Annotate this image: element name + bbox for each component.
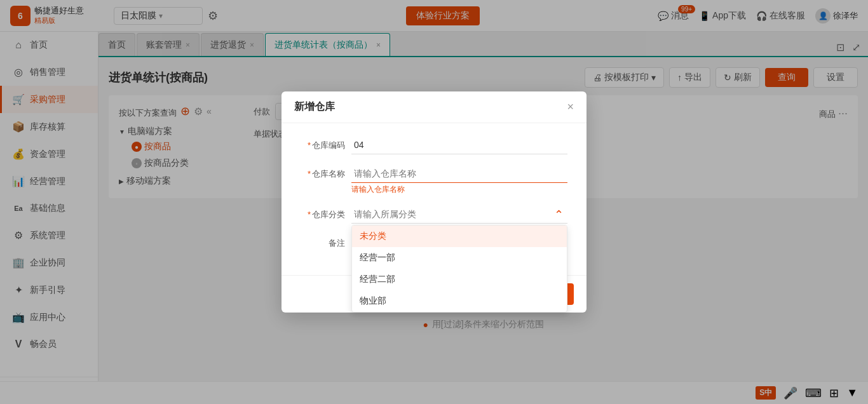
note-label: 备注 <box>301 234 351 249</box>
code-field <box>351 136 567 154</box>
new-warehouse-dialog: 新增仓库 × 仓库编码 仓库名称 请输入仓库名称 仓库分类 <box>281 91 587 313</box>
form-row-name: 仓库名称 请输入仓库名称 <box>301 165 567 195</box>
name-label: 仓库名称 <box>301 165 351 180</box>
code-input[interactable] <box>351 136 567 154</box>
dialog-body: 仓库编码 仓库名称 请输入仓库名称 仓库分类 ⌃ <box>281 123 587 275</box>
name-field: 请输入仓库名称 <box>351 165 567 195</box>
dialog-title: 新增仓库 <box>294 100 335 114</box>
dropdown-item-dept1[interactable]: 经营一部 <box>352 247 567 269</box>
dialog-overlay: 新增仓库 × 仓库编码 仓库名称 请输入仓库名称 仓库分类 <box>0 0 868 404</box>
dropdown-item-none[interactable]: 未分类 <box>352 226 567 247</box>
name-error-msg: 请输入仓库名称 <box>351 184 567 195</box>
category-input[interactable] <box>351 205 567 224</box>
name-input[interactable] <box>351 165 567 183</box>
category-field: ⌃ 未分类 经营一部 经营二部 物业部 <box>351 205 567 224</box>
dialog-close-button[interactable]: × <box>567 100 574 114</box>
dialog-header: 新增仓库 × <box>281 91 587 123</box>
dropdown-item-dept2[interactable]: 经营二部 <box>352 269 567 290</box>
code-label: 仓库编码 <box>301 136 351 151</box>
category-label: 仓库分类 <box>301 205 351 220</box>
form-row-code: 仓库编码 <box>301 136 567 154</box>
form-row-category: 仓库分类 ⌃ 未分类 经营一部 经营二部 物业部 <box>301 205 567 224</box>
category-dropdown: 未分类 经营一部 经营二部 物业部 <box>351 225 567 313</box>
dropdown-item-property[interactable]: 物业部 <box>352 290 567 312</box>
